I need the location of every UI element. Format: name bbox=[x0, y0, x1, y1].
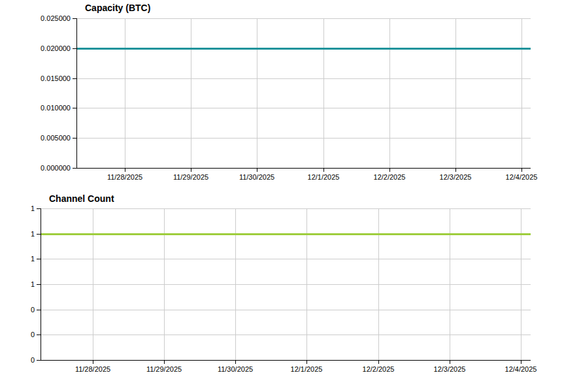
y-tick-label: 0 bbox=[0, 305, 35, 314]
capacity-chart-title: Capacity (BTC) bbox=[85, 2, 150, 14]
y-tick-label: 1 bbox=[0, 204, 35, 213]
gridline-vertical bbox=[93, 208, 93, 360]
y-tick-label: 0 bbox=[0, 330, 35, 339]
y-tick-label: 0.025000 bbox=[25, 14, 71, 23]
y-tick-label: 0 bbox=[0, 355, 35, 365]
y-tick-label: 0.005000 bbox=[25, 133, 71, 142]
gridline-vertical bbox=[125, 18, 125, 168]
series-line-channel-count bbox=[41, 233, 531, 235]
x-tick-label: 11/30/2025 bbox=[227, 172, 286, 182]
x-tick-label: 12/3/2025 bbox=[420, 365, 479, 374]
series-line-capacity-btc- bbox=[76, 48, 531, 50]
y-axis-line bbox=[76, 18, 77, 169]
y-tick-label: 0.015000 bbox=[25, 74, 71, 83]
gridline-vertical bbox=[450, 208, 450, 360]
gridline-horizontal bbox=[76, 108, 531, 108]
x-axis-line bbox=[76, 168, 531, 169]
x-tick-label: 12/1/2025 bbox=[277, 365, 336, 374]
y-tick-label: 1 bbox=[0, 280, 35, 289]
gridline-horizontal bbox=[76, 78, 531, 79]
x-tick-label: 11/30/2025 bbox=[206, 365, 265, 374]
x-tick-label: 11/28/2025 bbox=[63, 365, 122, 374]
gridline-horizontal bbox=[76, 18, 531, 19]
x-axis-line bbox=[41, 360, 531, 361]
y-tick-label: 0.010000 bbox=[25, 103, 71, 112]
x-tick-label: 11/29/2025 bbox=[161, 172, 220, 182]
gridline-vertical bbox=[164, 208, 165, 360]
gridline-vertical bbox=[521, 208, 521, 360]
x-tick-label: 12/3/2025 bbox=[426, 172, 485, 182]
y-axis-line bbox=[41, 208, 41, 361]
gridline-horizontal bbox=[76, 138, 531, 139]
x-tick-label: 12/1/2025 bbox=[294, 172, 353, 182]
gridline-horizontal bbox=[41, 310, 531, 310]
x-tick-label: 11/29/2025 bbox=[135, 365, 193, 374]
x-tick-label: 12/4/2025 bbox=[492, 172, 551, 182]
gridline-horizontal bbox=[41, 335, 531, 335]
y-tick-label: 1 bbox=[0, 254, 35, 263]
gridline-vertical bbox=[323, 18, 324, 168]
x-tick-label: 11/28/2025 bbox=[95, 172, 154, 182]
gridline-vertical bbox=[521, 18, 522, 168]
gridline-vertical bbox=[257, 18, 257, 168]
y-tick-label: 0.020000 bbox=[25, 44, 71, 53]
x-tick-label: 12/4/2025 bbox=[491, 365, 550, 374]
gridline-vertical bbox=[389, 18, 390, 168]
gridline-horizontal bbox=[41, 259, 531, 259]
lightning-node-stats-dashboard: Capacity (BTC) 0.0250000.0200000.0150000… bbox=[0, 0, 562, 392]
gridline-vertical bbox=[306, 208, 307, 360]
gridline-vertical bbox=[455, 18, 456, 168]
channel-count-chart-title: Channel Count bbox=[49, 193, 114, 204]
y-tick-label: 0.000000 bbox=[25, 163, 71, 172]
x-tick-label: 12/2/2025 bbox=[360, 172, 419, 182]
y-tick-label: 1 bbox=[0, 229, 35, 238]
capacity-plot-area: 0.0250000.0200000.0150000.0100000.005000… bbox=[76, 18, 531, 168]
gridline-horizontal bbox=[41, 208, 531, 209]
gridline-vertical bbox=[378, 208, 379, 360]
x-tick-label: 12/2/2025 bbox=[349, 365, 408, 374]
gridline-horizontal bbox=[41, 284, 531, 285]
gridline-vertical bbox=[235, 208, 236, 360]
channel-count-plot-area: 111100011/28/202511/29/202511/30/202512/… bbox=[41, 208, 531, 360]
gridline-vertical bbox=[191, 18, 191, 168]
